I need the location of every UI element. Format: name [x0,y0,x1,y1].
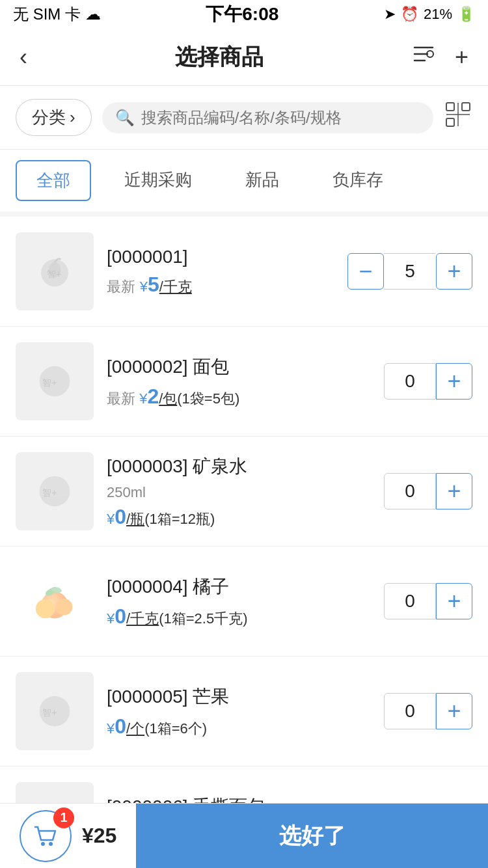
tab-new[interactable]: 新品 [225,160,299,201]
tab-negative-stock[interactable]: 负库存 [312,160,403,201]
search-row: 分类 › 🔍 [0,86,488,150]
quantity-input[interactable] [384,473,436,509]
list-item: 智+ [0000005] 芒果 ¥0/个(1箱=6个) + [0,657,488,766]
list-item: 智+ [0000003] 矿泉水 250ml ¥0/瓶(1箱=12瓶) + [0,437,488,547]
tab-recent[interactable]: 近期采购 [104,160,212,201]
product-list: 智+ [0000001] 最新 ¥5/千克 − + 智+ [0000002] 面… [0,217,488,868]
search-icon: 🔍 [115,109,135,127]
sim-status: 无 SIM 卡 ☁ [13,4,101,25]
cart-total: ¥25 [82,824,116,848]
svg-point-29 [49,842,53,846]
add-icon[interactable]: + [455,44,468,71]
product-name: [0000004] 橘子 [107,575,371,599]
svg-point-19 [56,599,73,616]
product-name: [0000003] 矿泉水 [107,454,371,479]
product-price: ¥0/瓶(1箱=12瓶) [107,505,371,529]
product-image: 智+ [16,452,94,530]
svg-rect-5 [462,103,470,111]
nav-bar: ‹ 选择商品 + [0,29,488,86]
list-item: 智+ [0000002] 面包 最新 ¥2/包(1袋=5包) + [0,327,488,437]
battery-level: 21% [424,6,452,23]
quantity-control: − + [347,253,472,290]
product-info: [0000002] 面包 最新 ¥2/包(1袋=5包) [107,355,371,409]
svg-rect-4 [446,103,454,111]
page-title: 选择商品 [175,42,264,72]
price-unit: /千克 [159,278,192,295]
quantity-control: + [384,583,472,619]
product-name: [0000001] [107,247,334,267]
category-chevron: › [70,107,75,128]
price-currency: ¥ [140,278,148,295]
price-label: 最新 [107,278,135,295]
quantity-control: + [384,473,472,509]
increase-button[interactable]: + [436,473,472,509]
product-price: 最新 ¥2/包(1袋=5包) [107,385,371,409]
category-button[interactable]: 分类 › [16,99,92,136]
product-info: [0000003] 矿泉水 250ml ¥0/瓶(1箱=12瓶) [107,454,371,529]
product-image: 智+ [16,342,94,420]
search-input[interactable] [141,109,420,127]
list-item: [0000004] 橘子 ¥0/千克(1箱=2.5千克) + [0,547,488,657]
svg-point-28 [41,842,45,846]
increase-button[interactable]: + [436,583,472,619]
scan-icon[interactable] [444,100,472,135]
status-time: 下午6:08 [206,2,278,27]
product-info: [0000004] 橘子 ¥0/千克(1箱=2.5千克) [107,575,371,629]
location-icon: ➤ [384,6,396,23]
product-info: [0000001] 最新 ¥5/千克 [107,247,334,297]
bottom-bar: 1 ¥25 选好了 [0,803,488,868]
svg-rect-6 [446,118,454,126]
svg-point-18 [36,599,55,618]
product-price: ¥0/千克(1箱=2.5千克) [107,604,371,629]
search-input-wrap: 🔍 [102,102,433,133]
price-amount: 5 [148,273,159,296]
quantity-input[interactable] [384,363,436,400]
product-info: [0000005] 芒果 ¥0/个(1箱=6个) [107,685,371,739]
alarm-icon: ⏰ [401,6,418,23]
svg-text:智+: 智+ [47,269,61,279]
increase-button[interactable]: + [436,363,472,400]
product-image: 智+ [16,672,94,750]
quantity-input[interactable] [384,693,436,729]
cart-section: 1 ¥25 [0,810,136,862]
status-bar: 无 SIM 卡 ☁ 下午6:08 ➤ ⏰ 21% 🔋 [0,0,488,29]
product-image [16,562,94,640]
nav-actions: + [412,42,468,72]
cart-badge: 1 [53,807,74,828]
product-image: 智+ [16,232,94,310]
product-price: 最新 ¥5/千克 [107,273,334,297]
quantity-input[interactable] [384,583,436,619]
filter-icon[interactable] [412,42,435,72]
increase-button[interactable]: + [436,253,472,290]
increase-button[interactable]: + [436,693,472,729]
battery-icon: 🔋 [457,6,475,23]
quantity-control: + [384,693,472,729]
list-item: 智+ [0000001] 最新 ¥5/千克 − + [0,217,488,327]
decrease-button[interactable]: − [347,253,384,290]
product-name: [0000002] 面包 [107,355,371,379]
tab-all[interactable]: 全部 [16,160,91,201]
quantity-input[interactable] [384,253,436,290]
status-left: 无 SIM 卡 ☁ [13,4,101,25]
product-price: ¥0/个(1箱=6个) [107,714,371,739]
svg-text:智+: 智+ [42,487,57,498]
category-label: 分类 [32,106,66,129]
svg-text:智+: 智+ [42,377,57,388]
status-right: ➤ ⏰ 21% 🔋 [384,6,475,23]
svg-text:智+: 智+ [42,707,57,718]
tab-row: 全部 近期采购 新品 负库存 [0,150,488,217]
back-button[interactable]: ‹ [20,44,27,71]
confirm-button[interactable]: 选好了 [136,804,488,868]
product-name: [0000005] 芒果 [107,685,371,709]
quantity-control: + [384,363,472,400]
product-spec: 250ml [107,484,371,501]
cart-button[interactable]: 1 [20,810,72,862]
